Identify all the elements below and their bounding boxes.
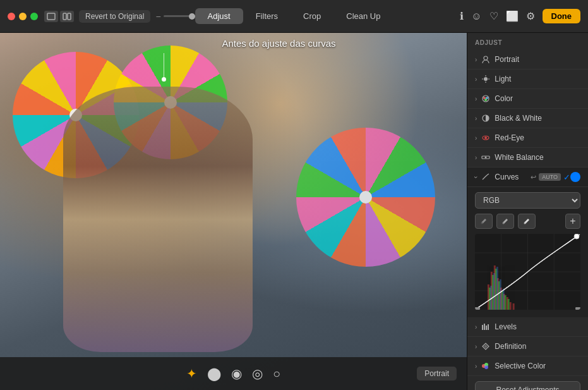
main-layout: Antes do ajuste das curvas ✦ ⬤ ◉ ◎ ○ Por… bbox=[0, 33, 588, 390]
svg-rect-36 bbox=[510, 302, 512, 310]
slider-thumb[interactable] bbox=[189, 13, 195, 20]
right-panel: ADJUST › Portrait › Light › Color bbox=[467, 33, 588, 390]
svg-rect-55 bbox=[486, 326, 487, 330]
chevron-bw-icon: › bbox=[475, 115, 477, 122]
svg-rect-1 bbox=[63, 13, 66, 20]
eyedropper-gray-button[interactable] bbox=[496, 214, 514, 229]
tab-crop[interactable]: Crop bbox=[291, 8, 333, 24]
close-button[interactable] bbox=[8, 13, 15, 20]
person-silhouette bbox=[63, 87, 253, 352]
photo-container: Antes do ajuste das curvas bbox=[0, 33, 467, 390]
wb-label: White Balance bbox=[495, 153, 580, 162]
adjust-item-light[interactable]: › Light bbox=[467, 70, 588, 89]
done-button[interactable]: Done bbox=[543, 9, 581, 23]
chevron-color-icon: › bbox=[475, 95, 477, 102]
rgb-select[interactable]: RGB Red Green Blue bbox=[475, 192, 580, 209]
wb-icon bbox=[481, 152, 491, 162]
curves-label: Curves bbox=[495, 173, 531, 181]
svg-rect-47 bbox=[496, 267, 498, 310]
circle-1-icon[interactable]: ⬤ bbox=[207, 366, 221, 381]
svg-point-15 bbox=[484, 137, 487, 139]
heart-button[interactable]: ♡ bbox=[489, 10, 498, 22]
svg-point-50 bbox=[574, 234, 579, 239]
pinwheel-3 bbox=[296, 128, 435, 267]
svg-rect-2 bbox=[68, 13, 71, 20]
curves-header[interactable]: › Curves ↩ AUTO ✓ bbox=[467, 168, 588, 187]
adjust-item-redeye[interactable]: › Red-Eye bbox=[467, 128, 588, 148]
svg-rect-37 bbox=[513, 303, 515, 310]
svg-rect-51 bbox=[475, 307, 480, 310]
minimize-button[interactable] bbox=[19, 13, 27, 20]
curves-undo-icon[interactable]: ↩ bbox=[531, 173, 536, 181]
image-area: Antes do ajuste das curvas ✦ ⬤ ◉ ◎ ○ Por… bbox=[0, 33, 467, 390]
adjust-item-portrait[interactable]: › Portrait bbox=[467, 50, 588, 70]
panel-header: ADJUST bbox=[467, 33, 588, 50]
reset-adjustments-button[interactable]: Reset Adjustments bbox=[475, 381, 580, 390]
svg-point-3 bbox=[484, 56, 488, 60]
tab-filters[interactable]: Filters bbox=[243, 8, 291, 24]
adjust-item-bw[interactable]: › Black & White bbox=[467, 109, 588, 128]
levels-label: Levels bbox=[495, 322, 580, 331]
levels-icon bbox=[481, 322, 491, 332]
eyedropper-white-button[interactable] bbox=[518, 214, 536, 229]
portrait-button[interactable]: Portrait bbox=[417, 367, 457, 381]
view-switcher bbox=[44, 11, 74, 22]
callout-text: Antes do ajuste das curvas bbox=[222, 38, 335, 49]
chevron-selective-color-icon: › bbox=[475, 363, 477, 370]
chevron-definition-icon: › bbox=[475, 343, 477, 350]
adjust-item-selective-color[interactable]: › Selective Color bbox=[467, 356, 588, 376]
auto-button[interactable]: AUTO bbox=[539, 173, 561, 181]
bw-icon bbox=[481, 113, 491, 123]
curves-active-icon: ✓ bbox=[563, 173, 570, 182]
svg-point-20 bbox=[503, 222, 505, 224]
add-point-button[interactable]: + bbox=[565, 214, 580, 229]
split-view-button[interactable] bbox=[60, 11, 74, 22]
more-button[interactable]: ⚙ bbox=[526, 10, 535, 22]
single-view-button[interactable] bbox=[44, 11, 58, 22]
circle-2-icon[interactable]: ◉ bbox=[231, 366, 242, 381]
chevron-redeye-icon: › bbox=[475, 135, 477, 142]
adjust-item-definition[interactable]: › Definition bbox=[467, 337, 588, 356]
selective-color-icon bbox=[481, 361, 491, 371]
svg-rect-0 bbox=[47, 13, 55, 20]
svg-rect-44 bbox=[508, 299, 510, 310]
circle-4-icon[interactable]: ○ bbox=[273, 367, 280, 381]
eyedropper-black-button[interactable] bbox=[475, 214, 493, 229]
tab-cleanup[interactable]: Clean Up bbox=[333, 8, 393, 24]
bottom-toolbar: ✦ ⬤ ◉ ◎ ○ Portrait bbox=[0, 357, 467, 390]
info-button[interactable]: ℹ bbox=[460, 10, 464, 22]
svg-rect-48 bbox=[500, 279, 501, 310]
redeye-icon bbox=[481, 133, 491, 143]
tab-adjust[interactable]: Adjust bbox=[195, 8, 243, 24]
share-button[interactable]: ⬜ bbox=[506, 10, 519, 22]
curves-canvas[interactable] bbox=[475, 234, 580, 310]
maximize-button[interactable] bbox=[30, 13, 38, 20]
adjust-item-color[interactable]: › Color bbox=[467, 89, 588, 109]
svg-point-59 bbox=[484, 365, 488, 369]
adjust-item-levels[interactable]: › Levels bbox=[467, 317, 588, 337]
title-bar-right: ℹ ☺ ♡ ⬜ ⚙ Done bbox=[460, 9, 580, 23]
circle-3-icon[interactable]: ◎ bbox=[252, 366, 263, 381]
curves-section: › Curves ↩ AUTO ✓ RGB Red Green Blue bbox=[467, 168, 588, 317]
zoom-minus-icon: − bbox=[155, 11, 160, 21]
callout-dot bbox=[162, 77, 166, 82]
callout-line bbox=[164, 53, 164, 78]
selective-color-label: Selective Color bbox=[495, 362, 580, 370]
curves-icon bbox=[481, 172, 491, 182]
curves-controls: RGB Red Green Blue + bbox=[467, 187, 588, 317]
revert-button[interactable]: Revert to Original bbox=[79, 10, 150, 23]
emoji-button[interactable]: ☺ bbox=[471, 11, 481, 22]
definition-label: Definition bbox=[495, 342, 580, 351]
svg-rect-43 bbox=[505, 295, 507, 310]
chevron-wb-icon: › bbox=[475, 154, 477, 161]
svg-point-21 bbox=[524, 222, 526, 224]
portrait-label: Portrait bbox=[495, 55, 580, 64]
redeye-label: Red-Eye bbox=[495, 133, 580, 142]
color-label: Color bbox=[495, 94, 580, 103]
star-icon[interactable]: ✦ bbox=[186, 366, 197, 381]
chevron-portrait-icon: › bbox=[475, 56, 477, 63]
adjust-item-wb[interactable]: › White Balance bbox=[467, 148, 588, 168]
color-icon bbox=[481, 94, 491, 104]
light-label: Light bbox=[495, 75, 580, 83]
title-bar: Revert to Original − + Adjust Filters Cr… bbox=[0, 0, 588, 33]
